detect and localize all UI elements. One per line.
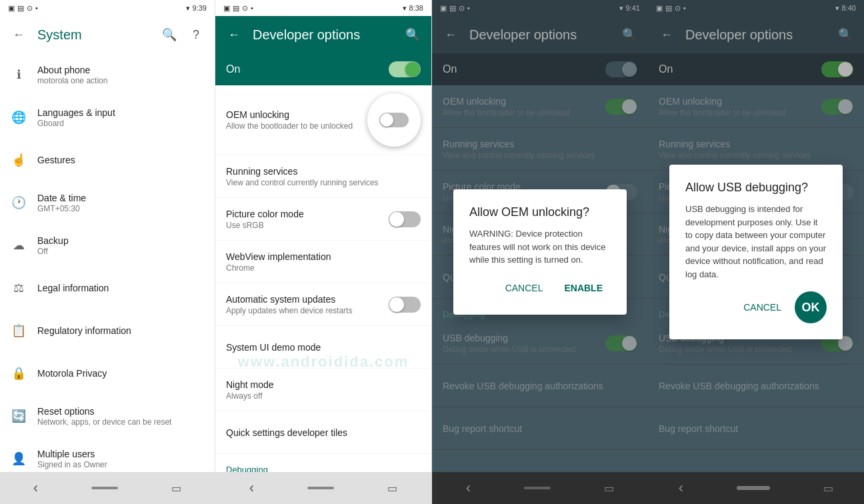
sidebar-item-reset[interactable]: 🔄 Reset options Network, apps, or device… [0,395,215,437]
sidebar-item-legal[interactable]: ⚖ Legal information [0,267,215,309]
security-icon: ⊙ [27,4,33,13]
usb-cancel-button[interactable]: Cancel [735,291,789,323]
reset-text: Reset options Network, apps, or device c… [37,406,171,427]
oem-toggle-circle[interactable] [367,93,421,147]
search-button-2[interactable]: 🔍 [405,27,421,43]
regulatory-text: Regulatory information [37,325,131,336]
toggle-thumb-2 [405,62,420,77]
oem-toggle-inner [379,113,409,127]
sidebar-item-gestures[interactable]: ☝ Gestures [0,139,215,181]
loc-icon-2: ⊙ [242,4,248,13]
sidebar-item-about-phone[interactable]: ℹ About phone motorola one action [0,53,215,96]
auto-updates-thumb [389,297,404,312]
recent-nav-2[interactable]: ▭ [387,482,397,495]
datetime-text: Date & time GMT+05:30 [37,193,86,213]
oem-cancel-button[interactable]: Cancel [497,277,551,299]
on-off-row-2: On [215,53,431,85]
bottom-nav-2: ‹ ▭ [215,472,431,504]
search-button-1[interactable]: 🔍 [161,27,177,43]
panel-developer-oem-dialog: ▣ ▤ ⊙ • ▾ 9:41 ← Developer options 🔍 On … [432,0,648,504]
languages-icon: 🌐 [11,109,27,125]
backup-icon: ☁ [11,237,27,253]
privacy-text: Motorola Privacy [37,368,107,379]
reset-icon: 🔄 [11,408,27,424]
privacy-icon: 🔒 [11,365,27,381]
dialog-overlay-4: Allow USB debugging? USB debugging is in… [648,0,864,504]
oem-toggle-thumb [380,113,393,127]
night-mode-text: Night mode Always off [226,379,421,401]
oem-enable-button[interactable]: Enable [556,277,611,299]
status-icons-right-2: ▾ 8:38 [403,4,423,13]
datetime-icon: 🕐 [11,195,27,211]
back-button-1[interactable]: ← [11,27,27,43]
demo-mode-text: System UI demo mode [226,342,421,353]
oem-dialog-title: Allow OEM unlocking? [469,205,611,219]
auto-updates-toggle[interactable] [389,297,421,313]
languages-text: Languages & input Gboard [37,107,115,128]
sidebar-item-regulatory[interactable]: 📋 Regulatory information [0,309,215,352]
sd-icon: ▤ [17,4,24,13]
back-nav-1[interactable]: ‹ [33,479,38,497]
oem-dialog: Allow OEM unlocking? WARNING: Device pro… [453,189,627,315]
app-bar-system: ← System 🔍 ? [0,16,215,53]
dialog-overlay-3: Allow OEM unlocking? WARNING: Device pro… [432,0,648,504]
oem-dialog-buttons: Cancel Enable [469,277,611,299]
sidebar-item-backup[interactable]: ☁ Backup Off [0,224,215,267]
users-text: Multiple users Signed in as Owner [37,449,107,469]
master-toggle-2[interactable] [389,61,421,77]
legal-text: Legal information [37,283,109,293]
about-phone-icon: ℹ [11,67,27,83]
help-button-1[interactable]: ? [188,27,204,43]
back-nav-2[interactable]: ‹ [249,479,254,497]
oem-dialog-body: WARNING: Device protection features will… [469,227,611,267]
backup-text: Backup Off [37,235,69,256]
setting-picture-color[interactable]: Picture color mode Use sRGB [215,198,431,241]
home-nav-1[interactable] [91,487,118,489]
sidebar-item-datetime[interactable]: 🕐 Date & time GMT+05:30 [0,181,215,224]
recent-nav-1[interactable]: ▭ [171,482,181,495]
usb-dialog-body: USB debugging is intended for developmen… [685,203,827,281]
back-button-2[interactable]: ← [226,27,242,43]
status-icons-left-2: ▣ ▤ ⊙ • [223,4,253,13]
developer-title-2: Developer options [253,27,394,43]
gestures-icon: ☝ [11,152,27,168]
setting-oem-unlocking[interactable]: OEM unlocking Allow the bootloader to be… [215,85,431,155]
sd-icon-2: ▤ [233,4,239,13]
sidebar-item-languages[interactable]: 🌐 Languages & input Gboard [0,96,215,139]
status-bar-1: ▣ ▤ ⊙ • ▾ 9:39 [0,0,215,16]
debugging-header-2: Debugging [215,454,431,472]
setting-night-mode[interactable]: Night mode Always off [215,369,431,411]
app-bar-developer: ← Developer options 🔍 [215,16,431,53]
picture-color-text: Picture color mode Use sRGB [226,209,389,230]
dot-icon: • [35,4,38,12]
usb-dialog: Allow USB debugging? USB debugging is in… [669,165,843,339]
usb-ok-button[interactable]: OK [795,291,827,323]
time-1: 9:39 [193,4,207,12]
home-nav-2[interactable] [307,487,334,489]
setting-running-services[interactable]: Running services View and control curren… [215,155,431,198]
wifi-icon: ▾ [186,4,190,13]
setting-webview[interactable]: WebView implementation Chrome [215,241,431,283]
sidebar-item-multiple-users[interactable]: 👤 Multiple users Signed in as Owner [0,437,215,472]
auto-updates-text: Automatic system updates Apply updates w… [226,294,389,315]
setting-quick-tiles[interactable]: Quick settings developer tiles [215,411,431,454]
system-settings-list: ℹ About phone motorola one action 🌐 Lang… [0,53,215,472]
dot-icon-2: • [251,4,253,12]
gestures-text: Gestures [37,155,75,165]
sim-icon-2: ▣ [223,4,230,13]
setting-demo-mode[interactable]: System UI demo mode [215,326,431,369]
panel-developer-usb-dialog: ▣ ▤ ⊙ • ▾ 8:40 ← Developer options 🔍 On … [648,0,864,504]
sidebar-item-motorola-privacy[interactable]: 🔒 Motorola Privacy [0,352,215,395]
status-icons-right-1: ▾ 9:39 [186,4,207,13]
panel-system-settings: ▣ ▤ ⊙ • ▾ 9:39 ← System 🔍 ? ℹ About phon… [0,0,215,504]
setting-auto-updates[interactable]: Automatic system updates Apply updates w… [215,283,431,326]
oem-text: OEM unlocking Allow the bootloader to be… [226,109,367,131]
wifi-icon-2: ▾ [403,4,407,13]
quick-tiles-text: Quick settings developer tiles [226,427,421,438]
picture-color-toggle[interactable] [389,211,421,227]
about-phone-text: About phone motorola one action [37,65,107,85]
webview-text: WebView implementation Chrome [226,251,421,273]
system-title: System [37,27,151,43]
sim-icon: ▣ [8,4,15,13]
users-icon: 👤 [11,451,27,467]
